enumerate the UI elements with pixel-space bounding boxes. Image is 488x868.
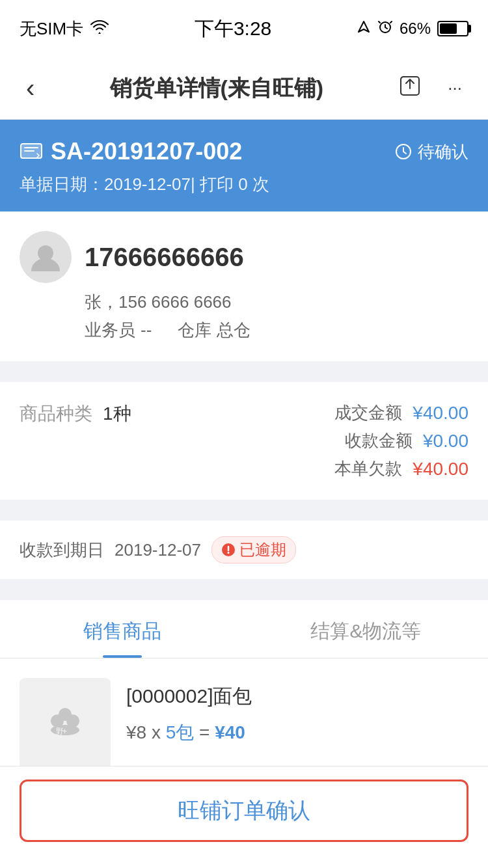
received-amount-row: 收款金额 ¥0.00 xyxy=(345,429,468,452)
product-types: 商品种类 1种 xyxy=(20,401,131,426)
order-header: SA-20191207-002 待确认 单据日期：2019-12-07| 打印 … xyxy=(0,120,488,211)
customer-phone: 17666666666 xyxy=(85,243,244,272)
avatar xyxy=(20,231,72,283)
tab-settlement[interactable]: 结算&物流等 xyxy=(244,600,488,658)
deal-amount-row: 成交金额 ¥40.00 xyxy=(334,401,468,424)
wifi-icon xyxy=(90,19,109,39)
customer-row: 17666666666 xyxy=(20,231,468,283)
tab-products[interactable]: 销售商品 xyxy=(0,600,244,658)
received-amount-value: ¥0.00 xyxy=(423,431,468,452)
page-title: 销货单详情(来自旺铺) xyxy=(110,74,324,103)
summary-section: 商品种类 1种 成交金额 ¥40.00 收款金额 ¥0.00 本单欠款 ¥40.… xyxy=(0,382,488,500)
customer-name: 张，156 6666 6666 xyxy=(20,291,468,314)
order-id: SA-20191207-002 xyxy=(20,138,242,165)
product-info: [0000002]面包 ¥8 x 5包 = ¥40 xyxy=(126,678,468,745)
payment-due-date: 2019-12-07 xyxy=(115,540,201,560)
order-date: 单据日期：2019-12-07| 打印 0 次 xyxy=(20,173,468,196)
svg-point-6 xyxy=(228,552,230,554)
location-icon xyxy=(357,20,371,38)
owed-amount-value: ¥40.00 xyxy=(413,459,468,480)
status-bar: 无SIM卡 下午3:28 66% xyxy=(0,0,488,57)
owed-amount-row: 本单欠款 ¥40.00 xyxy=(334,457,468,480)
divider-2 xyxy=(0,510,488,521)
product-thumbnail: 野 + xyxy=(20,678,111,769)
carrier-label: 无SIM卡 xyxy=(20,18,83,40)
svg-text:+: + xyxy=(62,727,67,736)
nav-actions: ··· xyxy=(392,68,468,109)
warehouse-field: 仓库 总仓 xyxy=(178,319,251,342)
status-left: 无SIM卡 xyxy=(20,18,109,40)
amounts: 成交金额 ¥40.00 收款金额 ¥0.00 本单欠款 ¥40.00 xyxy=(334,401,468,480)
order-icon xyxy=(20,138,43,165)
product-price: ¥8 x 5包 = ¥40 xyxy=(126,720,468,745)
confirm-order-button[interactable]: 旺铺订单确认 xyxy=(20,780,468,842)
more-button[interactable]: ··· xyxy=(441,72,468,105)
customer-section: 17666666666 张，156 6666 6666 业务员 -- 仓库 总仓 xyxy=(0,211,488,361)
product-name: [0000002]面包 xyxy=(126,683,468,710)
svg-point-9 xyxy=(59,708,72,721)
order-status: 待确认 xyxy=(394,141,468,163)
battery-percentage: 66% xyxy=(400,20,431,38)
divider-3 xyxy=(0,590,488,600)
divider-1 xyxy=(0,372,488,382)
order-id-row: SA-20191207-002 待确认 xyxy=(20,138,468,165)
alarm-icon xyxy=(377,19,393,38)
nav-bar: ‹ 销货单详情(来自旺铺) ··· xyxy=(0,57,488,120)
share-button[interactable] xyxy=(392,68,428,109)
status-time: 下午3:28 xyxy=(195,16,271,42)
back-button[interactable]: ‹ xyxy=(20,67,41,109)
customer-meta: 业务员 -- 仓库 总仓 xyxy=(20,319,468,342)
salesperson-field: 业务员 -- xyxy=(85,319,152,342)
deal-amount-value: ¥40.00 xyxy=(413,403,468,424)
battery-icon xyxy=(437,21,468,36)
overdue-badge: 已逾期 xyxy=(211,536,296,563)
payment-due-section: 收款到期日 2019-12-07 已逾期 xyxy=(0,521,488,579)
bottom-bar: 旺铺订单确认 xyxy=(0,766,488,868)
tabs: 销售商品 结算&物流等 xyxy=(0,600,488,658)
status-right: 66% xyxy=(357,19,468,38)
